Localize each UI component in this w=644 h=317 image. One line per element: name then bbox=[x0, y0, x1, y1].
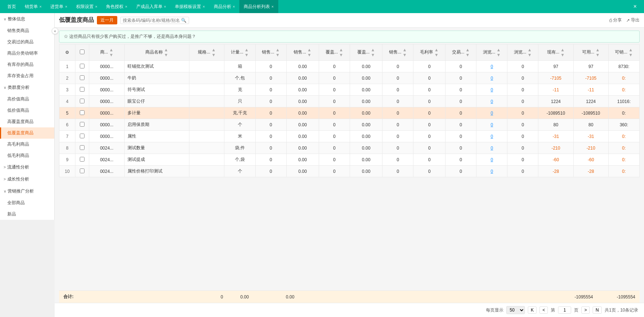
th-settings[interactable]: ⚙ bbox=[59, 44, 75, 61]
nav-item-analysis[interactable]: 商品分析 × bbox=[209, 0, 239, 13]
th-cover-amt[interactable]: 覆盖...▲▼ bbox=[350, 44, 382, 61]
nav-item-purchase[interactable]: 进货单 × bbox=[46, 0, 71, 13]
th-browse-rate[interactable]: 浏览...▲▼ bbox=[507, 44, 538, 61]
row-name: 测试提成 bbox=[124, 154, 189, 166]
row-cover-num: 0 bbox=[319, 154, 350, 166]
sidebar-section-overall[interactable]: ∨ 整体信息 bbox=[0, 13, 54, 25]
th-sales-num[interactable]: 销售...▲▼ bbox=[255, 44, 286, 61]
sidebar-item-high-gross[interactable]: 高毛利商品 bbox=[0, 139, 54, 150]
sidebar-item-all-products[interactable]: 全部商品 bbox=[0, 197, 54, 209]
window-close-button[interactable]: × bbox=[629, 3, 641, 10]
sidebar-item-low-value[interactable]: 低价值商品 bbox=[0, 105, 54, 116]
nav-item-warehouse[interactable]: 产成品入库单 × bbox=[132, 0, 170, 13]
th-current-stock[interactable]: 现有...▲▼ bbox=[538, 44, 573, 61]
row-num: 6 bbox=[59, 119, 75, 131]
nav-item-analysis-list[interactable]: 商品分析列表 × bbox=[239, 0, 278, 13]
row-code: 0000... bbox=[89, 84, 124, 96]
th-checkbox[interactable] bbox=[75, 44, 89, 61]
row-sales-amt: 0.00 bbox=[286, 142, 319, 154]
sidebar-section-circulation[interactable]: > 流通性分析 bbox=[0, 161, 54, 173]
nav-close-analysis[interactable]: × bbox=[233, 4, 235, 9]
row-checkbox[interactable] bbox=[75, 142, 89, 154]
nav-close-roles[interactable]: × bbox=[125, 4, 127, 9]
export-button[interactable]: ↗ 导出 bbox=[626, 17, 640, 23]
sidebar-item-traded-products[interactable]: 交易过的商品 bbox=[0, 36, 54, 48]
table-container[interactable]: ⚙ 商...▲▼ 商品名称▲▼ 规格...▲▼ 计量...▲▼ 销售...▲▼ … bbox=[59, 44, 640, 290]
search-input[interactable] bbox=[123, 18, 181, 23]
row-sales-amt: 0.00 bbox=[286, 131, 319, 142]
th-sales-cnt[interactable]: 销售...▲▼ bbox=[382, 44, 413, 61]
page-number-input[interactable] bbox=[558, 306, 571, 314]
sidebar-section-coverage[interactable]: ∨ 类群度分析 bbox=[0, 82, 54, 94]
sidebar-item-sales-products[interactable]: 销售类商品 bbox=[0, 25, 54, 36]
th-salable[interactable]: 可销...▲▼ bbox=[608, 44, 639, 61]
row-checkbox[interactable] bbox=[75, 166, 89, 177]
row-current-stock: 80 bbox=[538, 119, 573, 131]
sidebar-item-low-coverage[interactable]: 低覆盖度商品 bbox=[0, 127, 54, 139]
row-checkbox[interactable] bbox=[75, 119, 89, 131]
share-button[interactable]: ⎙ 分享 bbox=[609, 17, 622, 23]
sidebar-item-category-rate[interactable]: 商品分类动销率 bbox=[0, 48, 54, 59]
th-trans[interactable]: 交易...▲▼ bbox=[445, 44, 476, 61]
nav-item-permissions[interactable]: 权限设置 × bbox=[72, 0, 102, 13]
nav-close-permissions[interactable]: × bbox=[95, 4, 97, 9]
th-avail-stock[interactable]: 可用...▲▼ bbox=[573, 44, 608, 61]
row-name: 符号测试 bbox=[124, 84, 189, 96]
sidebar-item-high-value[interactable]: 高价值商品 bbox=[0, 94, 54, 105]
th-name[interactable]: 商品名称▲▼ bbox=[124, 44, 189, 61]
nav-close-sales[interactable]: × bbox=[39, 4, 42, 9]
sidebar-item-new-products[interactable]: 新品 bbox=[0, 209, 54, 220]
th-spec[interactable]: 规格...▲▼ bbox=[189, 44, 224, 61]
first-page-button[interactable]: K bbox=[528, 306, 537, 314]
sidebar-section-marketing[interactable]: ∨ 营销推广分析 bbox=[0, 185, 54, 197]
page-label: 第 bbox=[551, 307, 555, 313]
th-code[interactable]: 商...▲▼ bbox=[89, 44, 124, 61]
nav-close-warehouse[interactable]: × bbox=[164, 4, 166, 9]
search-icon[interactable]: 🔍 bbox=[181, 18, 186, 23]
sidebar-item-low-gross[interactable]: 低毛利商品 bbox=[0, 150, 54, 161]
th-sales-amt[interactable]: 销售...▲▼ bbox=[286, 44, 319, 61]
last-page-button[interactable]: N bbox=[593, 306, 602, 314]
th-gross[interactable]: 毛利率▲▼ bbox=[413, 44, 445, 61]
row-checkbox[interactable] bbox=[75, 72, 89, 84]
row-browse-num: 0 bbox=[476, 84, 507, 96]
sidebar-item-stocked-products[interactable]: 有库存的商品 bbox=[0, 59, 54, 70]
row-gross: 0 bbox=[413, 84, 445, 96]
nav-item-home[interactable]: 首页 bbox=[3, 0, 20, 13]
sidebar-collapse-button[interactable]: « bbox=[52, 28, 58, 34]
nav-close-purchase[interactable]: × bbox=[65, 4, 67, 9]
row-unit: 克,千克 bbox=[224, 107, 255, 119]
row-code: 0000... bbox=[89, 131, 124, 142]
nav-close-template[interactable]: × bbox=[203, 4, 205, 9]
row-checkbox[interactable] bbox=[75, 107, 89, 119]
th-browse-num[interactable]: 浏览...▲▼ bbox=[476, 44, 507, 61]
row-sales-amt: 0.00 bbox=[286, 119, 319, 131]
prev-page-button[interactable]: < bbox=[539, 306, 548, 314]
row-code: 0024... bbox=[89, 142, 124, 154]
select-all-checkbox[interactable] bbox=[80, 49, 85, 54]
th-unit[interactable]: 计量...▲▼ bbox=[224, 44, 255, 61]
total-info: 共1页，10条记录 bbox=[605, 307, 638, 313]
time-filter-button[interactable]: 近一月 bbox=[97, 16, 117, 24]
nav-item-template[interactable]: 单据模板设置 × bbox=[170, 0, 209, 13]
next-page-button[interactable]: > bbox=[581, 306, 590, 314]
page-size-select[interactable]: 50 100 200 bbox=[506, 306, 525, 314]
sidebar-item-high-coverage[interactable]: 高覆盖度商品 bbox=[0, 116, 54, 127]
row-browse-rate: 0 bbox=[507, 131, 538, 142]
row-checkbox[interactable] bbox=[75, 96, 89, 107]
row-current-stock: -31 bbox=[538, 131, 573, 142]
row-checkbox[interactable] bbox=[75, 131, 89, 142]
row-checkbox[interactable] bbox=[75, 61, 89, 72]
pagination-bar: 每页显示 50 100 200 K < 第 页 > N 共1页，10条记录 bbox=[55, 303, 644, 317]
sidebar-section-growth[interactable]: > 成长性分析 bbox=[0, 173, 54, 185]
top-navigation: 首页 销货单 × 进货单 × 权限设置 × 角色授权 × 产成品入库单 × 单据… bbox=[0, 0, 644, 13]
nav-item-roles[interactable]: 角色授权 × bbox=[102, 0, 131, 13]
sidebar-item-stock-capital[interactable]: 库存资金占用 bbox=[0, 70, 54, 82]
nav-close-analysis-list[interactable]: × bbox=[271, 4, 274, 9]
nav-item-sales[interactable]: 销货单 × bbox=[20, 0, 46, 13]
row-browse-rate: 0 bbox=[507, 154, 538, 166]
th-cover-num[interactable]: 覆盖...▲▼ bbox=[319, 44, 350, 61]
row-checkbox[interactable] bbox=[75, 154, 89, 166]
row-checkbox[interactable] bbox=[75, 84, 89, 96]
row-trans: 0 bbox=[445, 154, 476, 166]
